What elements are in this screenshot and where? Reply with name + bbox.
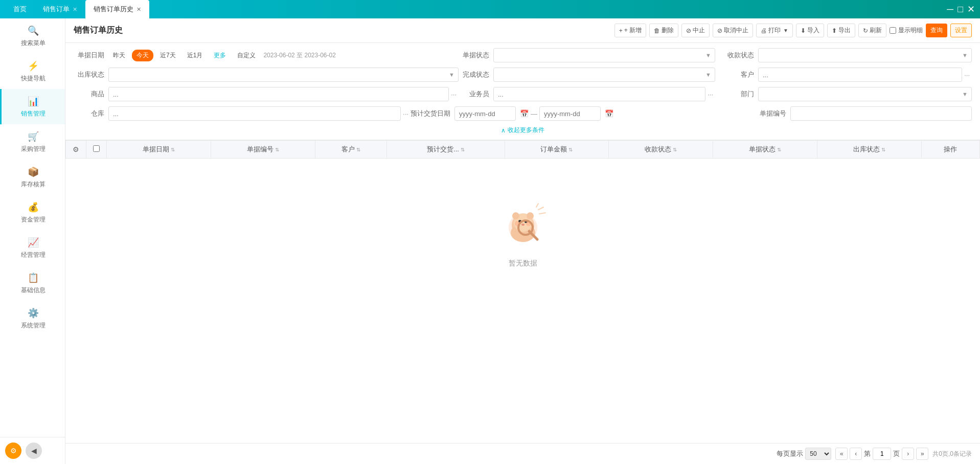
filter-completion-status: 完成状态 ▼ bbox=[459, 68, 715, 82]
last-page-btn[interactable]: » bbox=[916, 448, 928, 460]
sort-payment-status[interactable]: 收款状态 ⇅ bbox=[645, 145, 677, 154]
sort-amount[interactable]: 订单金额 ⇅ bbox=[540, 145, 573, 154]
tab-home[interactable]: 首页 bbox=[5, 0, 35, 18]
sidebar-item-operations[interactable]: 📈 经营管理 bbox=[0, 230, 65, 266]
date-tag-custom[interactable]: 自定义 bbox=[233, 50, 260, 61]
sidebar-item-system-mgmt[interactable]: ⚙️ 系统管理 bbox=[0, 301, 65, 336]
show-columns-checkbox-label[interactable]: 显示明细 bbox=[890, 26, 923, 35]
sidebar-item-basic-info[interactable]: 📋 基础信息 bbox=[0, 266, 65, 301]
table-body: 暂无数据 bbox=[66, 159, 980, 310]
stop-button[interactable]: ⊘ 中止 bbox=[681, 24, 710, 37]
sidebar-item-purchase-mgmt[interactable]: 🛒 采购管理 bbox=[0, 124, 65, 160]
per-page-label: 每页显示 bbox=[777, 449, 803, 458]
payment-status-label: 收款状态 bbox=[723, 51, 754, 60]
filter-shipment-status: 出库状态 ▼ bbox=[74, 68, 459, 82]
expected-delivery-wrap: 📅 — 📅 bbox=[454, 106, 747, 121]
payment-status-select[interactable] bbox=[758, 48, 972, 62]
cancel-stop-button[interactable]: ⊘ 取消中止 bbox=[713, 24, 753, 37]
sidebar-toggle-btn[interactable]: ◀ bbox=[26, 443, 42, 459]
th-order-status: 单据状态 ⇅ bbox=[713, 141, 817, 159]
filter-order-number: 单据编号 bbox=[747, 106, 972, 121]
order-status-select[interactable] bbox=[493, 48, 715, 62]
th-checkbox bbox=[86, 141, 107, 159]
refresh-button[interactable]: ↻ 刷新 bbox=[858, 24, 886, 37]
select-all-checkbox[interactable] bbox=[93, 145, 100, 152]
collapse-filters-btn[interactable]: ∧ 收起更多条件 bbox=[74, 126, 972, 135]
query-button[interactable]: 查询 bbox=[926, 24, 947, 37]
sort-date[interactable]: 单据日期 ⇅ bbox=[143, 145, 175, 154]
svg-line-13 bbox=[538, 207, 543, 210]
show-columns-checkbox[interactable] bbox=[890, 27, 896, 34]
product-input[interactable] bbox=[108, 87, 449, 101]
sort-number[interactable]: 单据编号 ⇅ bbox=[247, 145, 279, 154]
first-page-btn[interactable]: « bbox=[835, 448, 848, 460]
import-icon: ⬇ bbox=[801, 27, 806, 34]
expected-delivery-from[interactable] bbox=[454, 106, 516, 121]
sidebar-bottom: ⚙ ◀ bbox=[0, 437, 65, 464]
empty-state-row: 暂无数据 bbox=[66, 159, 980, 310]
table-settings-icon[interactable]: ⚙ bbox=[73, 145, 79, 153]
svg-point-12 bbox=[527, 212, 534, 219]
import-button[interactable]: ⬇ 导入 bbox=[796, 24, 824, 37]
page-input[interactable] bbox=[873, 448, 891, 460]
next-page-btn[interactable]: › bbox=[902, 448, 914, 460]
warehouse-picker-btn[interactable]: ··· bbox=[401, 110, 411, 118]
completion-status-select[interactable] bbox=[493, 68, 715, 82]
export-button[interactable]: ⬆ 导出 bbox=[827, 24, 855, 37]
shipment-status-wrap: ▼ bbox=[108, 68, 459, 82]
maximize-btn[interactable]: □ bbox=[958, 4, 963, 15]
date-tag-last7[interactable]: 近7天 bbox=[155, 50, 180, 61]
sidebar-item-sales-mgmt[interactable]: 📊 销售管理 bbox=[0, 89, 65, 124]
filter-row-4: 仓库 ··· 预计交货日期 📅 — 📅 bbox=[74, 106, 972, 121]
sort-order-status[interactable]: 单据状态 ⇅ bbox=[749, 145, 781, 154]
prev-page-btn[interactable]: ‹ bbox=[850, 448, 862, 460]
expected-delivery-to[interactable] bbox=[539, 106, 601, 121]
date-tag-yesterday[interactable]: 昨天 bbox=[108, 50, 130, 61]
sidebar-item-quick-nav[interactable]: ⚡ 快捷导航 bbox=[0, 54, 65, 89]
shipment-status-select[interactable] bbox=[108, 68, 459, 82]
date-tag-today[interactable]: 今天 bbox=[132, 50, 153, 61]
order-number-wrap bbox=[790, 106, 972, 121]
sidebar-item-finance[interactable]: 💰 资金管理 bbox=[0, 195, 65, 230]
close-tab-sales-order-history[interactable]: ✕ bbox=[136, 6, 141, 13]
shipment-status-label: 出库状态 bbox=[74, 70, 104, 79]
sort-shipment-status[interactable]: 出库状态 ⇅ bbox=[853, 145, 885, 154]
customer-label: 客户 bbox=[723, 70, 754, 79]
sidebar-item-inventory[interactable]: 📦 库存核算 bbox=[0, 160, 65, 195]
tab-sales-order[interactable]: 销售订单 ✕ bbox=[35, 0, 85, 18]
sort-expected-delivery[interactable]: 预计交货... ⇅ bbox=[427, 145, 465, 154]
refresh-icon: ↻ bbox=[863, 27, 868, 34]
svg-point-6 bbox=[521, 224, 525, 226]
close-tab-sales-order[interactable]: ✕ bbox=[73, 6, 77, 13]
sidebar: 🔍 搜索菜单 ⚡ 快捷导航 📊 销售管理 🛒 采购管理 📦 库存核算 💰 资金管… bbox=[0, 18, 65, 464]
date-tag-last30[interactable]: 近1月 bbox=[183, 50, 208, 61]
top-bar: 首页 销售订单 ✕ 销售订单历史 ✕ ─ □ ✕ bbox=[0, 0, 980, 18]
salesperson-input[interactable] bbox=[493, 87, 705, 101]
new-button[interactable]: + + 新增 bbox=[614, 24, 646, 37]
date-tags: 昨天 今天 近7天 近1月 更多 自定义 bbox=[108, 50, 260, 61]
calendar-to-icon[interactable]: 📅 bbox=[605, 109, 613, 118]
sort-customer[interactable]: 客户 ⇅ bbox=[341, 145, 360, 154]
product-label: 商品 bbox=[74, 90, 104, 99]
department-select[interactable] bbox=[758, 87, 972, 101]
customer-input[interactable] bbox=[758, 68, 962, 82]
close-btn[interactable]: ✕ bbox=[967, 4, 975, 15]
order-number-input[interactable] bbox=[790, 106, 972, 121]
product-picker-btn[interactable]: ··· bbox=[449, 91, 459, 98]
print-button[interactable]: 🖨 打印 ▼ bbox=[756, 24, 793, 37]
per-page-select[interactable]: 50 10 20 100 bbox=[805, 448, 831, 460]
customer-picker-btn[interactable]: ··· bbox=[962, 71, 972, 79]
date-tag-more[interactable]: 更多 bbox=[209, 50, 231, 61]
sidebar-item-search-menu[interactable]: 🔍 搜索菜单 bbox=[0, 18, 65, 54]
calendar-from-icon[interactable]: 📅 bbox=[520, 109, 529, 118]
warehouse-input[interactable] bbox=[108, 106, 401, 121]
delete-button[interactable]: 🗑 删除 bbox=[649, 24, 678, 37]
salesperson-picker-btn[interactable]: ··· bbox=[705, 91, 715, 98]
cancel-stop-icon: ⊘ bbox=[717, 27, 722, 34]
tab-sales-order-history[interactable]: 销售订单历史 ✕ bbox=[85, 0, 149, 18]
settings-button[interactable]: 设置 bbox=[950, 24, 972, 37]
table-section: ⚙ 单据日期 ⇅ 单据编号 bbox=[65, 140, 980, 443]
minimize-btn[interactable]: ─ bbox=[947, 4, 953, 15]
sidebar-settings-btn[interactable]: ⚙ bbox=[5, 443, 21, 459]
sort-amount-icon: ⇅ bbox=[568, 147, 573, 152]
